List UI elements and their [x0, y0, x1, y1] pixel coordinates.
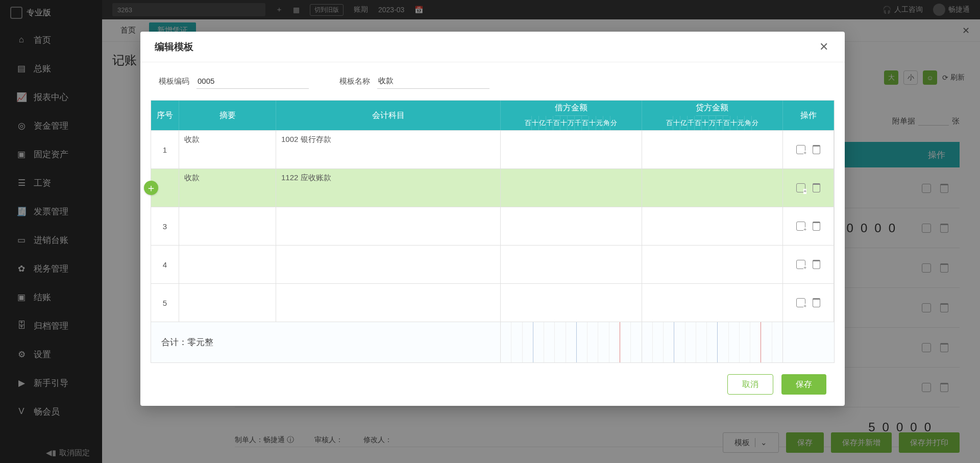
row-credit[interactable]: [642, 131, 783, 168]
th-debit: 借方金额 百十亿千百十万千百十元角分: [501, 101, 642, 130]
table-row: ＋ 收款 1122 应收账款: [151, 168, 834, 207]
row-debit[interactable]: [501, 207, 642, 245]
modal-footer: 取消 保存: [140, 363, 845, 406]
digit-cell[interactable]: [761, 322, 772, 362]
cancel-button[interactable]: 取消: [727, 374, 773, 395]
total-label: 合计：零元整: [151, 322, 501, 362]
row-index: 5: [151, 284, 179, 322]
delete-icon[interactable]: [813, 183, 820, 192]
save-button[interactable]: 保存: [781, 374, 826, 395]
total-credit: [642, 322, 783, 362]
row-index: 4: [151, 246, 179, 283]
total-debit: [501, 322, 642, 362]
modal-form: 模板编码 模板名称: [140, 62, 845, 100]
row-account[interactable]: [276, 207, 501, 245]
row-summary[interactable]: 收款: [179, 131, 276, 168]
template-code-input[interactable]: [197, 74, 309, 89]
row-debit[interactable]: [501, 169, 642, 207]
row-account[interactable]: 1122 应收账款: [276, 169, 501, 207]
table-row: 3: [151, 207, 834, 245]
digit-cell[interactable]: [620, 322, 631, 362]
row-summary[interactable]: [179, 207, 276, 245]
table-row: 1 收款 1002 银行存款: [151, 130, 834, 168]
th-index: 序号: [151, 101, 179, 130]
digit-cell[interactable]: [750, 322, 761, 362]
digit-cell[interactable]: [685, 322, 696, 362]
digit-cell[interactable]: [523, 322, 533, 362]
digit-cell[interactable]: [587, 322, 598, 362]
row-op: [783, 284, 834, 322]
copy-icon[interactable]: [796, 222, 805, 231]
th-summary: 摘要: [179, 101, 276, 130]
copy-icon[interactable]: [796, 298, 805, 307]
template-code-label: 模板编码: [159, 77, 189, 86]
row-account[interactable]: [276, 246, 501, 283]
row-op: [783, 169, 834, 207]
digit-cell[interactable]: [555, 322, 566, 362]
digit-cell[interactable]: [533, 322, 544, 362]
row-credit[interactable]: [642, 169, 783, 207]
digit-cell[interactable]: [772, 322, 782, 362]
copy-icon[interactable]: [796, 183, 805, 192]
delete-icon[interactable]: [813, 145, 820, 154]
digit-cell[interactable]: [609, 322, 620, 362]
row-credit[interactable]: [642, 207, 783, 245]
delete-icon[interactable]: [813, 260, 820, 269]
row-account[interactable]: 1002 银行存款: [276, 131, 501, 168]
add-row-button[interactable]: ＋: [144, 181, 158, 195]
table-row: 4: [151, 245, 834, 283]
total-row: 合计：零元整: [151, 322, 834, 362]
table-row: 5: [151, 283, 834, 322]
template-table: 序号 摘要 会计科目 借方金额 百十亿千百十万千百十元角分 贷方金额 百十亿千百…: [151, 100, 835, 363]
th-credit: 贷方金额 百十亿千百十万千百十元角分: [642, 101, 783, 130]
row-credit[interactable]: [642, 284, 783, 322]
row-op: [783, 246, 834, 283]
digit-cell[interactable]: [511, 322, 522, 362]
row-debit[interactable]: [501, 131, 642, 168]
modal-header: 编辑模板 ✕: [140, 32, 845, 62]
row-debit[interactable]: [501, 284, 642, 322]
edit-template-modal: 编辑模板 ✕ 模板编码 模板名称 序号 摘要 会计科目 借方金额 百十亿千百十万…: [140, 32, 845, 406]
row-op: [783, 131, 834, 168]
modal-title: 编辑模板: [155, 40, 193, 54]
row-summary[interactable]: [179, 246, 276, 283]
template-name-label: 模板名称: [339, 77, 370, 86]
total-op: [783, 322, 834, 362]
digit-cell[interactable]: [566, 322, 577, 362]
digit-cell[interactable]: [674, 322, 685, 362]
th-op: 操作: [783, 101, 834, 130]
credit-units: 百十亿千百十万千百十元角分: [666, 116, 758, 130]
digit-cell[interactable]: [598, 322, 609, 362]
modal-close-button[interactable]: ✕: [817, 38, 830, 56]
th-account: 会计科目: [276, 101, 501, 130]
digit-cell[interactable]: [544, 322, 555, 362]
template-name-input[interactable]: [377, 74, 489, 89]
digit-cell[interactable]: [501, 322, 511, 362]
row-index: 3: [151, 207, 179, 245]
table-body: 1 收款 1002 银行存款 ＋ 收款 1122 应收账款 3 4: [151, 130, 834, 322]
digit-cell[interactable]: [653, 322, 664, 362]
digit-cell[interactable]: [577, 322, 587, 362]
digit-cell[interactable]: [696, 322, 707, 362]
digit-cell[interactable]: [718, 322, 728, 362]
digit-cell[interactable]: [664, 322, 674, 362]
digit-cell[interactable]: [740, 322, 750, 362]
delete-icon[interactable]: [813, 298, 820, 307]
row-index: 1: [151, 131, 179, 168]
row-summary[interactable]: 收款: [179, 169, 276, 207]
table-header: 序号 摘要 会计科目 借方金额 百十亿千百十万千百十元角分 贷方金额 百十亿千百…: [151, 101, 834, 130]
digit-cell[interactable]: [729, 322, 740, 362]
row-debit[interactable]: [501, 246, 642, 283]
debit-units: 百十亿千百十万千百十元角分: [525, 116, 617, 130]
delete-icon[interactable]: [813, 222, 820, 231]
row-summary[interactable]: [179, 284, 276, 322]
digit-cell[interactable]: [642, 322, 653, 362]
digit-cell[interactable]: [631, 322, 641, 362]
copy-icon[interactable]: [796, 145, 805, 154]
copy-icon[interactable]: [796, 260, 805, 269]
digit-cell[interactable]: [707, 322, 718, 362]
row-op: [783, 207, 834, 245]
row-account[interactable]: [276, 284, 501, 322]
row-credit[interactable]: [642, 246, 783, 283]
